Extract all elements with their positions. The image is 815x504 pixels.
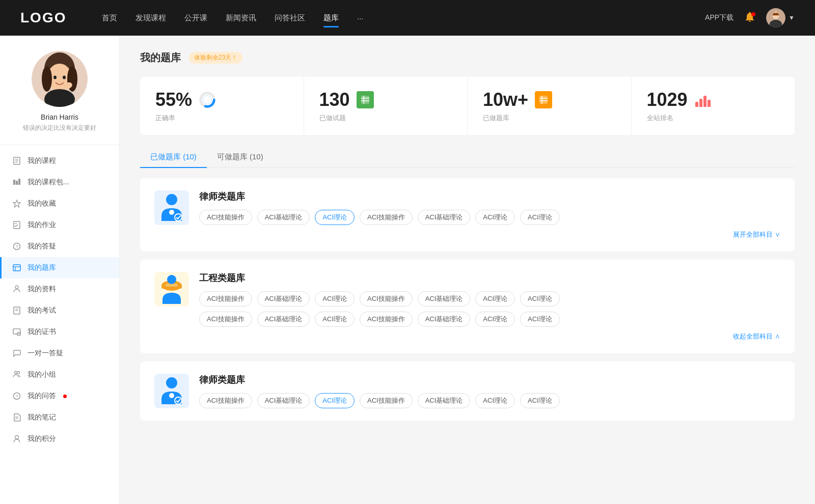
stat-correct-rate: 55% 正确率 xyxy=(140,77,304,135)
notification-bell[interactable] xyxy=(744,11,756,25)
tag-lawyer-1-1[interactable]: ACI技能操作 xyxy=(199,210,252,225)
engineer-icon-svg xyxy=(158,274,185,304)
user-avatar-large xyxy=(32,51,88,107)
nav-discover[interactable]: 发现课程 xyxy=(135,11,166,25)
certificate-icon xyxy=(12,327,21,337)
lawyer-icon-svg xyxy=(159,193,184,222)
sidebar-label-exam: 我的考试 xyxy=(28,306,56,315)
tag-lawyer-2-7[interactable]: ACI理论 xyxy=(520,393,560,408)
sidebar-label-one-on-one: 一对一答疑 xyxy=(28,349,63,358)
sidebar-label-course-package: 我的课程包... xyxy=(28,178,69,187)
sidebar-item-one-on-one[interactable]: 一对一答疑 xyxy=(0,343,119,364)
svg-point-34 xyxy=(15,372,17,374)
svg-point-11 xyxy=(63,76,66,79)
svg-rect-25 xyxy=(13,265,20,271)
nav-public-course[interactable]: 公开课 xyxy=(184,11,207,25)
expand-link-lawyer-1[interactable]: 展开全部科目 ∨ xyxy=(199,230,780,239)
tag-eng-1-2[interactable]: ACI基础理论 xyxy=(257,291,310,306)
user-avatar-svg xyxy=(32,51,88,107)
tag-eng-2-6[interactable]: ACI理论 xyxy=(475,312,515,327)
tag-eng-1-1[interactable]: ACI技能操作 xyxy=(199,291,252,306)
stat-label-correct: 正确率 xyxy=(155,114,288,123)
sidebar-menu: 我的课程 我的课程包... 我的收藏 我的作业 xyxy=(0,150,119,450)
svg-point-43 xyxy=(203,95,212,104)
my-questions-icon: ? xyxy=(12,242,21,251)
stat-done-questions: 130 已做试题 xyxy=(304,77,468,135)
sidebar-item-qbank[interactable]: 我的题库 xyxy=(0,257,119,278)
tag-lawyer-2-5[interactable]: ACI基础理论 xyxy=(418,393,471,408)
sidebar-label-my-qa: 我的问答 xyxy=(28,391,56,401)
sidebar-item-homework[interactable]: 我的作业 xyxy=(0,214,119,236)
sidebar-item-notes[interactable]: 我的笔记 xyxy=(0,407,119,428)
qbank-card-lawyer-1: 律师类题库 ACI技能操作 ACI基础理论 ACI理论 ACI技能操作 ACI基… xyxy=(140,178,795,251)
tag-eng-2-5[interactable]: ACI基础理论 xyxy=(418,312,471,327)
page-title: 我的题库 xyxy=(140,51,181,65)
sidebar-item-my-qa[interactable]: ? 我的问答 xyxy=(0,385,119,407)
tag-lawyer-2-4[interactable]: ACI技能操作 xyxy=(360,393,413,408)
sidebar-item-favorites[interactable]: 我的收藏 xyxy=(0,193,119,214)
nav-more[interactable]: ··· xyxy=(357,12,364,24)
collapse-link-engineer[interactable]: 收起全部科目 ∧ xyxy=(199,332,780,341)
nav-home[interactable]: 首页 xyxy=(102,11,117,25)
my-qa-icon: ? xyxy=(12,391,21,401)
qbank-title-engineer: 工程类题库 xyxy=(199,272,780,284)
sidebar-item-points[interactable]: 我的积分 xyxy=(0,428,119,450)
tag-lawyer-1-6[interactable]: ACI理论 xyxy=(475,210,515,225)
app-download-button[interactable]: APP下载 xyxy=(705,13,734,22)
logo: LOGO xyxy=(20,10,71,26)
tag-eng-1-5[interactable]: ACI基础理论 xyxy=(418,291,471,306)
sidebar-item-data[interactable]: 我的资料 xyxy=(0,278,119,300)
tag-lawyer-1-3[interactable]: ACI理论 xyxy=(315,210,355,225)
sidebar-label-qbank: 我的题库 xyxy=(28,263,56,272)
tab-available-banks[interactable]: 可做题库 (10) xyxy=(207,147,274,168)
tag-eng-1-3[interactable]: ACI理论 xyxy=(315,291,355,306)
tag-eng-2-7[interactable]: ACI理论 xyxy=(520,312,560,327)
tag-lawyer-1-4[interactable]: ACI技能操作 xyxy=(360,210,413,225)
sidebar-label-certificate: 我的证书 xyxy=(28,327,56,337)
sidebar-item-exam[interactable]: 我的考试 xyxy=(0,300,119,321)
sidebar-item-group[interactable]: 我的小组 xyxy=(0,364,119,385)
sidebar-label-group: 我的小组 xyxy=(28,370,56,379)
user-avatar-button[interactable]: ▼ xyxy=(766,8,795,27)
tag-lawyer-2-3[interactable]: ACI理论 xyxy=(315,393,355,408)
tag-eng-1-4[interactable]: ACI技能操作 xyxy=(360,291,413,306)
svg-text:?: ? xyxy=(15,244,18,249)
tag-eng-2-4[interactable]: ACI技能操作 xyxy=(360,312,413,327)
sidebar-label-data: 我的资料 xyxy=(28,285,56,294)
svg-rect-21 xyxy=(14,221,20,229)
nav-news[interactable]: 新闻资讯 xyxy=(226,11,256,25)
tag-lawyer-1-2[interactable]: ACI基础理论 xyxy=(257,210,310,225)
stat-label-rank: 全站排名 xyxy=(647,114,780,123)
svg-point-0 xyxy=(751,12,755,16)
nav-qa[interactable]: 问答社区 xyxy=(275,11,305,25)
sidebar-item-course-package[interactable]: 我的课程包... xyxy=(0,172,119,193)
tag-lawyer-2-6[interactable]: ACI理论 xyxy=(475,393,515,408)
tag-eng-2-1[interactable]: ACI技能操作 xyxy=(199,312,252,327)
qbank-content-lawyer-1: 律师类题库 ACI技能操作 ACI基础理论 ACI理论 ACI技能操作 ACI基… xyxy=(199,190,780,239)
sidebar-item-certificate[interactable]: 我的证书 xyxy=(0,321,119,343)
sidebar-item-courses[interactable]: 我的课程 xyxy=(0,150,119,172)
lawyer-icon-svg-2 xyxy=(159,376,184,406)
qbank-card-engineer: 工程类题库 ACI技能操作 ACI基础理论 ACI理论 ACI技能操作 ACI基… xyxy=(140,260,795,353)
stat-label-done-q: 已做试题 xyxy=(319,114,452,123)
svg-rect-17 xyxy=(13,180,15,185)
tag-lawyer-2-2[interactable]: ACI基础理论 xyxy=(257,393,310,408)
chevron-down-icon: ▼ xyxy=(789,14,795,21)
points-icon xyxy=(12,434,21,443)
tag-lawyer-1-7[interactable]: ACI理论 xyxy=(520,210,560,225)
tag-lawyer-1-5[interactable]: ACI基础理论 xyxy=(418,210,471,225)
stat-label-done-b: 已做题库 xyxy=(483,114,616,123)
sidebar-item-my-questions[interactable]: ? 我的答疑 xyxy=(0,236,119,257)
tag-lawyer-2-1[interactable]: ACI技能操作 xyxy=(199,393,252,408)
tag-eng-1-6[interactable]: ACI理论 xyxy=(475,291,515,306)
stat-value-correct: 55% xyxy=(155,89,192,110)
tag-eng-2-2[interactable]: ACI基础理论 xyxy=(257,312,310,327)
stat-value-rank: 1029 xyxy=(647,89,688,110)
nav-qbank[interactable]: 题库 xyxy=(323,11,339,25)
svg-rect-44 xyxy=(361,96,369,104)
tab-done-banks[interactable]: 已做题库 (10) xyxy=(140,147,207,168)
tag-eng-1-7[interactable]: ACI理论 xyxy=(520,291,560,306)
favorites-icon xyxy=(12,199,21,208)
tag-eng-2-3[interactable]: ACI理论 xyxy=(315,312,355,327)
sidebar-label-notes: 我的笔记 xyxy=(28,413,56,422)
